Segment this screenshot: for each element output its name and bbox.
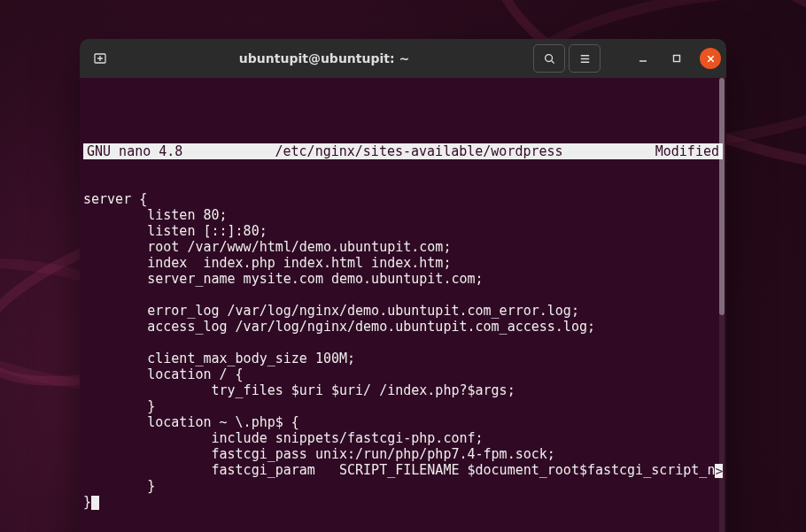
nano-titlebar: GNU nano 4.8 /etc/nginx/sites-available/… bbox=[83, 143, 723, 159]
nano-modified-status: Modified bbox=[629, 143, 719, 159]
code-line: } bbox=[83, 478, 155, 494]
code-line: fastcgi_pass unix:/run/php/php7.4-fpm.so… bbox=[83, 446, 555, 462]
code-line: index index.php index.html index.htm; bbox=[83, 255, 451, 271]
editor-content[interactable]: server { listen 80; listen [::]:80; root… bbox=[83, 191, 723, 526]
close-button[interactable] bbox=[700, 48, 721, 69]
code-line: access_log /var/log/nginx/demo.ubuntupit… bbox=[83, 319, 595, 335]
svg-rect-9 bbox=[674, 56, 680, 62]
code-line: try_files $uri $uri/ /index.php?$args; bbox=[83, 382, 515, 398]
svg-line-4 bbox=[551, 60, 554, 63]
window-titlebar[interactable]: ubuntupit@ubuntupit: ~ bbox=[80, 39, 726, 78]
nano-file-path: /etc/nginx/sites-available/wordpress bbox=[209, 143, 628, 159]
code-line: include snippets/fastcgi-php.conf; bbox=[83, 430, 484, 446]
code-line: server { bbox=[83, 191, 147, 207]
svg-point-3 bbox=[545, 54, 552, 61]
minimize-button[interactable] bbox=[632, 48, 654, 69]
code-line: } bbox=[83, 494, 91, 510]
scrollbar-thumb[interactable] bbox=[719, 78, 725, 315]
text-cursor bbox=[91, 496, 99, 510]
maximize-button[interactable] bbox=[666, 48, 687, 69]
code-line: listen 80; bbox=[83, 207, 228, 223]
code-line: client_max_body_size 100M; bbox=[83, 351, 355, 366]
code-line: } bbox=[83, 398, 155, 414]
code-line: listen [::]:80; bbox=[83, 223, 267, 239]
terminal-scrollbar[interactable] bbox=[719, 78, 725, 532]
new-tab-button[interactable] bbox=[85, 45, 115, 72]
terminal-content[interactable]: GNU nano 4.8 /etc/nginx/sites-available/… bbox=[80, 78, 726, 532]
code-line: error_log /var/log/nginx/demo.ubuntupit.… bbox=[83, 303, 579, 319]
menu-button[interactable] bbox=[569, 44, 601, 73]
code-line: fastcgi_param SCRIPT_FILENAME $document_… bbox=[83, 462, 715, 478]
nano-app-name: GNU nano 4.8 bbox=[87, 143, 209, 159]
code-line: root /var/www/html/demo.ubuntupit.com; bbox=[83, 239, 451, 255]
code-line: location / { bbox=[83, 366, 244, 382]
terminal-window: ubuntupit@ubuntupit: ~ GNU nano 4.8 /etc… bbox=[80, 39, 726, 532]
search-button[interactable] bbox=[533, 44, 565, 73]
code-line: server_name mysite.com demo.ubuntupit.co… bbox=[83, 271, 484, 287]
code-line: location ~ \.php$ { bbox=[83, 414, 299, 430]
window-title: ubuntupit@ubuntupit: ~ bbox=[239, 51, 409, 66]
